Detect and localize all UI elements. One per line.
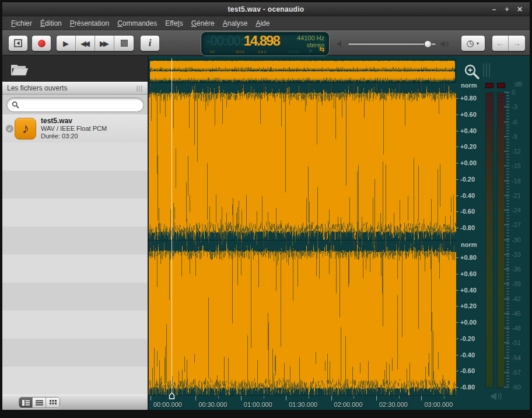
- menu-item-aide[interactable]: Aide: [251, 16, 274, 30]
- timeline-major-tick: [241, 396, 242, 400]
- volume-slider[interactable]: [348, 43, 436, 46]
- list-row-empty: [2, 339, 148, 367]
- list-row-empty: [2, 367, 148, 395]
- monitor-speaker-icon[interactable]: [490, 391, 504, 402]
- time-value: 14.898: [243, 33, 279, 48]
- sidebar: Les fichiers ouverts ||| ✓ ♪ test5.wav W…: [2, 56, 149, 410]
- menu-item-commandes[interactable]: Commandes: [113, 16, 161, 30]
- view-detail-button[interactable]: [19, 398, 33, 407]
- fast-forward-button[interactable]: ▶▶: [95, 36, 114, 51]
- menu-item-presentation[interactable]: Présentation: [66, 16, 113, 30]
- list-row-empty: [2, 198, 148, 227]
- search-icon: [12, 101, 19, 109]
- volume-knob[interactable]: [424, 40, 432, 48]
- close-button[interactable]: ✕: [516, 5, 524, 13]
- file-list-empty-rows: [2, 142, 148, 395]
- info-button[interactable]: i: [140, 35, 160, 51]
- timeline-major-tick: [331, 396, 332, 400]
- sidebar-tab-strip[interactable]: [2, 56, 148, 82]
- file-format: WAV / IEEE Float PCM: [41, 125, 107, 133]
- goto-start-icon: [13, 39, 23, 48]
- nav-forward-button[interactable]: →: [509, 36, 525, 51]
- fast-forward-icon: ▶▶: [100, 40, 107, 47]
- time-format-dropdown[interactable]: ◷ ▼: [461, 35, 485, 51]
- play-indicator-dim: ▶: [309, 47, 313, 53]
- timeline-label: 02:00.000: [334, 401, 363, 408]
- list-row-empty: [2, 311, 148, 339]
- loop-icon[interactable]: ⇆: [319, 46, 324, 53]
- timeline-minor-tick: [264, 396, 264, 399]
- file-name: test5.wav: [41, 117, 107, 125]
- search-input[interactable]: [22, 100, 139, 109]
- transport-group: ▶ ◀◀ ▶▶: [56, 35, 134, 51]
- scale-grip-icon[interactable]: [483, 63, 490, 77]
- history-nav-group: ← →: [492, 35, 526, 51]
- stop-button[interactable]: [114, 36, 134, 51]
- waveform-canvas[interactable]: [149, 56, 456, 395]
- timeline-major-tick: [150, 396, 151, 400]
- play-icon: ▶: [63, 40, 69, 47]
- playhead-marker[interactable]: [168, 392, 176, 400]
- view-list-icon: [36, 400, 43, 406]
- timeline-minor-tick: [218, 396, 219, 399]
- timeline-major-tick: [376, 396, 377, 400]
- maximize-button[interactable]: +: [503, 5, 511, 13]
- menu-bar: FichierÉditionPrésentationCommandesEffet…: [2, 16, 530, 30]
- open-folder-icon: [10, 61, 28, 76]
- view-grid-button[interactable]: [46, 398, 60, 407]
- rewind-icon: ◀◀: [80, 40, 88, 47]
- timeline-ruler[interactable]: 00:00.00000:30.00001:00.00001:30.00002:0…: [149, 395, 456, 410]
- menu-item-genere[interactable]: Génére: [187, 16, 219, 30]
- waveform-area[interactable]: 00:00.00000:30.00001:00.00001:30.00002:0…: [149, 56, 456, 410]
- volume-high-icon: [440, 40, 450, 48]
- clip-indicator-right: [497, 83, 505, 88]
- nav-back-button[interactable]: ←: [492, 36, 509, 51]
- menu-item-edition[interactable]: Édition: [36, 16, 66, 30]
- play-button[interactable]: ▶: [57, 36, 76, 51]
- zoom-icon[interactable]: [463, 63, 481, 81]
- sidebar-panel-title: Les fichiers ouverts: [7, 84, 67, 92]
- timeline-minor-tick: [309, 396, 309, 399]
- list-row-empty: [2, 255, 148, 283]
- time-display[interactable]: -00:00:14.898 hr min sec smpl 44100 Hz s…: [201, 32, 329, 55]
- timeline-label: 01:30.000: [289, 401, 317, 408]
- menu-item-fichier[interactable]: Fichier: [7, 16, 36, 30]
- title-bar[interactable]: test5.wav - ocenaudio – + ✕: [2, 2, 530, 16]
- view-list-button[interactable]: [33, 398, 46, 407]
- search-box[interactable]: [6, 97, 144, 112]
- timeline-minor-tick: [399, 396, 400, 399]
- level-meter-left: [485, 92, 494, 388]
- view-grid-icon: [50, 400, 57, 406]
- db-header: dB: [514, 81, 522, 88]
- record-icon: [38, 40, 46, 47]
- timeline-major-tick: [421, 396, 422, 400]
- time-dim: -00:00:: [206, 33, 243, 48]
- file-duration: Durée: 03:20: [41, 133, 107, 140]
- chevron-down-icon: ▼: [476, 41, 480, 46]
- panel-grip-icon[interactable]: |||: [136, 85, 143, 92]
- menu-item-analyse[interactable]: Analyse: [219, 16, 252, 30]
- window-title: test5.wav - ocenaudio: [2, 5, 530, 13]
- goto-start-button[interactable]: [8, 35, 28, 51]
- timeline-label: 01:00.000: [244, 401, 272, 408]
- norm-label: norm: [461, 241, 477, 248]
- rewind-button[interactable]: ◀◀: [76, 36, 95, 51]
- timeline-label: 03:00.000: [424, 401, 453, 408]
- file-check-icon: ✓: [6, 125, 13, 133]
- view-detail-icon: [22, 400, 30, 406]
- sidebar-panel-header[interactable]: Les fichiers ouverts |||: [2, 82, 148, 95]
- timeline-minor-tick: [444, 396, 444, 399]
- minimize-button[interactable]: –: [490, 5, 498, 13]
- norm-label: norm: [461, 82, 477, 89]
- menu-item-effets[interactable]: Effets: [161, 16, 187, 30]
- playhead-line[interactable]: [172, 58, 172, 399]
- file-list-item[interactable]: ✓ ♪ test5.wav WAV / IEEE Float PCM Durée…: [2, 114, 148, 142]
- meter-scale-column: norm+0.80+0.60+0.40+0.20+0.00-0.20-0.40-…: [456, 56, 530, 410]
- timeline-minor-tick: [354, 396, 354, 399]
- record-button[interactable]: [32, 35, 51, 51]
- audio-file-icon: ♪: [15, 118, 36, 140]
- timeline-label: 00:30.000: [198, 401, 227, 408]
- search-area: [2, 95, 148, 114]
- stop-icon: [121, 40, 128, 47]
- toolbar: ▶ ◀◀ ▶▶ i -00:00:14.898 hr min sec smpl …: [2, 30, 530, 56]
